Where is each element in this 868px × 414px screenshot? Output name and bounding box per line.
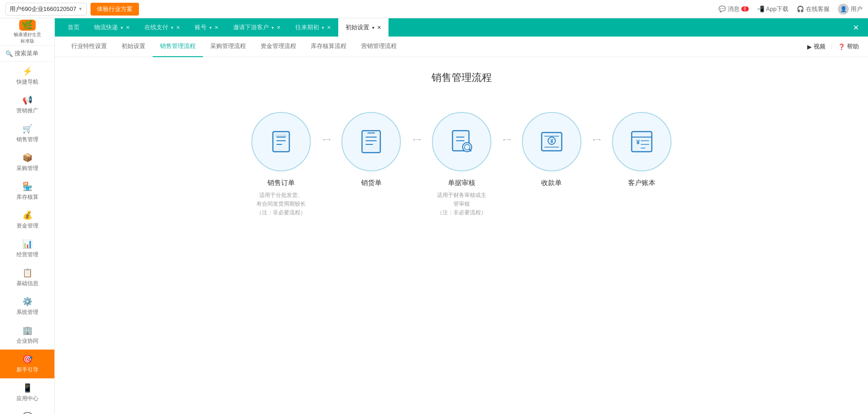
sidebar-item-guide[interactable]: 🎯新手引导 [0,350,54,378]
sidebar-item-inventory[interactable]: 🏪库存核算 [0,177,54,206]
user-name-label: 用户 [851,5,863,13]
sidebar-item-operation[interactable]: 📊经营管理 [0,234,54,263]
page-body: 销售管理流程 销售订单 适用于分批发货、有合同发货周期较长（注：非必要流程） ·… [55,57,868,414]
nav-tab-logistics[interactable]: 物流快递▾✕ [87,18,137,37]
flow-circle-receipt: ¥ [522,112,581,171]
sidebar-item-system[interactable]: ⚙️系统管理 [0,292,54,321]
message-icon: 💬 [719,5,726,12]
search-icon: 🔍 [5,50,13,57]
divider: | [831,42,832,51]
sub-tab-purchase-flow[interactable]: 采购管理流程 [203,37,253,57]
nav-tab-account[interactable]: 账号▾✕ [187,18,226,37]
flow-item-audit[interactable]: 单据审核 适用于财务审核或主管审核（注：非必要流程） [421,112,503,218]
flow-item-customer-account[interactable]: ¥ 客户账本 [601,112,683,191]
sub-tab-label-marketing-flow: 营销管理流程 [361,42,397,50]
svg-rect-4 [276,134,287,137]
chevron-down-icon: ▾ [322,25,324,30]
nav-tab-home[interactable]: 首页 [60,18,87,37]
sidebar-icon-wechat: 💬 [22,412,32,414]
sidebar-icon-appCenter: 📱 [22,383,32,393]
sub-tab-industry[interactable]: 行业特性设置 [64,37,114,57]
nav-tab-payment[interactable]: 在线支付▾✕ [137,18,187,37]
flow-circle-customer-account: ¥ [612,112,671,171]
message-badge: 6 [741,6,749,11]
flow-label-customer-account: 客户账本 [628,179,655,187]
online-service-button[interactable]: 🎧 在线客服 [797,5,830,13]
sidebar-label-inventory: 库存核算 [16,193,38,201]
sidebar-items-list: ⚡快捷导航📢营销推广🛒销售管理📦采购管理🏪库存核算💰资金管理📊经营管理📋基础信息… [0,62,54,414]
sidebar-icon-guide: 🎯 [22,354,32,364]
sidebar-label-purchase: 采购管理 [16,165,38,172]
sidebar-icon-inventory: 🏪 [22,181,32,191]
nav-tab-close-setup[interactable]: ✕ [377,25,381,31]
sidebar-label-finance: 资金管理 [16,222,38,230]
chevron-down-icon: ▾ [272,25,274,30]
sidebar-label-basic: 基础信息 [16,280,38,287]
flow-desc-sales-order: 适用于分批发货、有合同发货周期较长（注：非必要流程） [256,191,306,218]
sub-tab-initial[interactable]: 初始设置 [114,37,153,57]
nav-tab-close-logistics[interactable]: ✕ [126,25,130,31]
sub-tab-label-purchase-flow: 采购管理流程 [210,42,246,50]
user-selector-text: 用户690企业1660120507 [10,5,76,13]
nav-tab-close-period[interactable]: ✕ [327,25,331,31]
flow-circle-sales-order [251,112,311,171]
sidebar-item-marketing[interactable]: 📢营销推广 [0,90,54,119]
flow-item-sales-bill[interactable]: 销货单 [330,112,412,191]
trial-button[interactable]: 体验行业方案 [91,3,139,16]
nav-tab-close-account[interactable]: ✕ [214,25,218,31]
nav-tab-close-payment[interactable]: ✕ [176,25,180,31]
main-content: 首页物流快递▾✕在线支付▾✕账号▾✕邀请下游客户▾✕往来期初▾✕初始设置▾✕✕ … [55,18,868,414]
sidebar-item-basic[interactable]: 📋基础信息 [0,263,54,292]
sidebar-icon-sales: 🛒 [22,124,32,134]
sub-tab-finance-flow[interactable]: 资金管理流程 [253,37,304,57]
sidebar-search[interactable]: 🔍 搜索菜单 [0,46,54,62]
sidebar-item-wechat[interactable]: 💬企业微信 [0,407,54,414]
sidebar-item-appCenter[interactable]: 📱应用中心 [0,378,54,407]
sub-tab-label-industry: 行业特性设置 [71,42,107,50]
nav-tab-label-period: 往来期初 [295,23,319,32]
help-label: 帮助 [847,42,859,51]
svg-text:¥: ¥ [550,138,554,144]
sidebar-icon-quick-nav: ⚡ [22,66,32,76]
flow-item-sales-order[interactable]: 销售订单 适用于分批发货、有合同发货周期较长（注：非必要流程） [240,112,322,218]
sidebar: 🌿 畅康通好生意 标准版 🔍 搜索菜单 ⚡快捷导航📢营销推广🛒销售管理📦采购管理… [0,18,55,414]
sidebar-item-enterprise[interactable]: 🏢企业协同 [0,321,54,350]
sidebar-item-quick-nav[interactable]: ⚡快捷导航 [0,62,54,90]
sub-tab-inventory-flow[interactable]: 库存核算流程 [304,37,354,57]
flow-arrow-0: ···→ [322,112,330,144]
nav-tab-label-setup: 初始设置 [346,23,369,32]
chevron-down-icon: ▾ [209,25,212,30]
sidebar-label-sales: 销售管理 [16,136,38,143]
nav-tab-label-home: 首页 [68,23,80,32]
video-help-button[interactable]: ▶ 视频 [807,42,825,51]
user-selector[interactable]: 用户690企业1660120507 ▼ [5,3,87,16]
search-label: 搜索菜单 [15,49,38,58]
nav-tab-period[interactable]: 往来期初▾✕ [288,18,338,37]
sub-tabs-right: ▶ 视频 | ❓ 帮助 [807,42,859,51]
nav-close-all-button[interactable]: ✕ [849,23,863,32]
nav-tab-invite[interactable]: 邀请下游客户▾✕ [226,18,288,37]
nav-tab-setup[interactable]: 初始设置▾✕ [338,18,389,37]
sidebar-item-purchase[interactable]: 📦采购管理 [0,148,54,177]
logo-icon: 🌿 [19,20,36,31]
sidebar-item-finance[interactable]: 💰资金管理 [0,206,54,234]
user-avatar-button[interactable]: 👤 用户 [838,4,863,15]
chevron-down-icon: ▾ [171,25,173,30]
app-download-label: App下载 [766,5,788,13]
chevron-down-icon: ▾ [121,25,123,30]
nav-tab-close-invite[interactable]: ✕ [277,25,281,31]
sub-tab-label-finance-flow: 资金管理流程 [261,42,296,50]
logo-text: 畅康通好生意 标准版 [14,32,41,44]
flow-circle-sales-bill [341,112,401,171]
app-download-button[interactable]: 📲 App下载 [757,5,788,13]
sub-tab-sales-flow[interactable]: 销售管理流程 [153,37,203,57]
flow-arrow-3: ···→ [593,112,601,144]
help-button[interactable]: ❓ 帮助 [838,42,859,51]
content-area: 行业特性设置初始设置销售管理流程采购管理流程资金管理流程库存核算流程营销管理流程… [55,37,868,414]
sub-tab-marketing-flow[interactable]: 营销管理流程 [354,37,404,57]
sidebar-item-sales[interactable]: 🛒销售管理 [0,119,54,148]
sidebar-label-appCenter: 应用中心 [16,395,38,403]
top-bar: 用户690企业1660120507 ▼ 体验行业方案 💬 消息 6 📲 App下… [0,0,868,18]
message-button[interactable]: 💬 消息 6 [719,5,749,13]
flow-item-receipt[interactable]: ¥ 收款单 [511,112,593,191]
